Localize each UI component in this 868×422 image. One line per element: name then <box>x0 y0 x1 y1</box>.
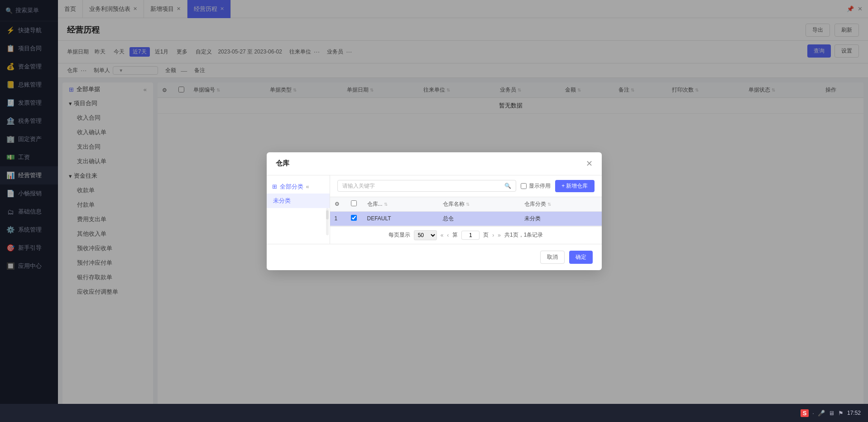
cancel-button[interactable]: 取消 <box>540 251 565 264</box>
modal-th-checkbox <box>346 197 363 212</box>
modal-th-category: 仓库分类⇅ <box>520 197 601 212</box>
taskbar: S · 🎤 🖥 ⚑ 17:52 <box>0 404 868 422</box>
modal-table-header: ⚙ 仓库...⇅ 仓库名称⇅ 仓库分类⇅ <box>330 197 602 212</box>
modal-header: 仓库 ✕ <box>267 152 602 175</box>
taskbar-icon-dot: · <box>812 410 814 417</box>
modal-th-settings: ⚙ <box>330 197 346 212</box>
taskbar-flag-icon[interactable]: ⚑ <box>838 410 844 417</box>
modal-actions: 取消 确定 <box>267 244 602 270</box>
modal-sidebar-scrollbar <box>326 208 329 235</box>
modal-search-input[interactable] <box>342 183 502 189</box>
modal-uncategorized-label: 未分类 <box>273 197 291 204</box>
taskbar-mic-icon[interactable]: 🎤 <box>818 410 825 417</box>
modal-sidebar-uncategorized[interactable]: 未分类 <box>267 194 330 208</box>
modal-th-code: 仓库...⇅ <box>363 197 438 212</box>
modal-toolbar: 🔍 显示停用 + 新增仓库 <box>330 175 602 197</box>
modal-th-name: 仓库名称⇅ <box>438 197 520 212</box>
modal-table-wrap: ⚙ 仓库...⇅ 仓库名称⇅ 仓库分类⇅ 1 DEFAULT <box>330 197 602 226</box>
modal-overlay: 仓库 ✕ ⊞ 全部分类 « 未分类 <box>0 0 868 422</box>
modal-row-category: 未分类 <box>520 211 601 226</box>
taskbar-icon-s: S <box>801 409 809 417</box>
show-disabled-label[interactable]: 显示停用 <box>521 182 551 190</box>
modal-pagination: 每页显示 50 100 « ‹ 算 页 › » 共1页，1条记录 <box>330 226 602 244</box>
modal-page-label: 页 <box>483 231 489 239</box>
confirm-button[interactable]: 确定 <box>569 251 593 264</box>
modal-row-checkbox[interactable] <box>351 215 357 221</box>
modal-search-box: 🔍 <box>337 180 517 192</box>
show-disabled-checkbox[interactable] <box>521 183 527 189</box>
modal-row-checkbox-cell <box>346 211 363 226</box>
modal-page-prefix: 算 <box>452 231 458 239</box>
modal-per-page-select[interactable]: 50 100 <box>414 230 437 240</box>
modal-title: 仓库 <box>276 159 289 168</box>
modal-table-body: 1 DEFAULT 总仓 未分类 <box>330 211 602 226</box>
sort-category-icon: ⇅ <box>547 202 551 207</box>
modal-row-code: DEFAULT <box>363 211 438 226</box>
modal-table-row[interactable]: 1 DEFAULT 总仓 未分类 <box>330 211 602 226</box>
modal-select-all[interactable] <box>351 200 357 206</box>
add-warehouse-button[interactable]: + 新增仓库 <box>555 180 594 192</box>
modal-main-content: 🔍 显示停用 + 新增仓库 ⚙ <box>330 175 602 244</box>
modal-close-button[interactable]: ✕ <box>586 159 593 169</box>
modal-page-input[interactable] <box>461 231 480 240</box>
modal-sidebar-collapse-icon[interactable]: « <box>306 183 309 190</box>
show-disabled-text: 显示停用 <box>529 182 551 190</box>
sort-code-icon: ⇅ <box>384 202 388 207</box>
modal-row-num: 1 <box>330 211 346 226</box>
modal-sidebar-all-label: 全部分类 <box>280 183 303 191</box>
taskbar-screen-icon[interactable]: 🖥 <box>829 410 834 417</box>
modal-next-page[interactable]: › <box>492 232 494 238</box>
modal-header-row: ⚙ 仓库...⇅ 仓库名称⇅ 仓库分类⇅ <box>330 197 602 212</box>
modal-search-icon: 🔍 <box>504 183 511 189</box>
modal-sidebar: ⊞ 全部分类 « 未分类 <box>267 175 330 244</box>
modal-table: ⚙ 仓库...⇅ 仓库名称⇅ 仓库分类⇅ 1 DEFAULT <box>330 197 602 226</box>
modal-prev-page[interactable]: ‹ <box>447 232 449 238</box>
modal-first-page[interactable]: « <box>441 232 444 238</box>
modal-settings-icon[interactable]: ⚙ <box>335 201 340 207</box>
sort-name-icon: ⇅ <box>466 202 470 207</box>
modal-total-label: 共1页，1条记录 <box>504 231 543 239</box>
modal-last-page[interactable]: » <box>498 232 501 238</box>
modal-sidebar-all-header[interactable]: ⊞ 全部分类 « <box>267 180 330 194</box>
grid-icon2: ⊞ <box>272 183 277 190</box>
taskbar-time: 17:52 <box>847 410 861 416</box>
modal-sidebar-scrollbar-thumb <box>326 210 329 219</box>
modal-per-page-label: 每页显示 <box>388 231 410 239</box>
warehouse-modal: 仓库 ✕ ⊞ 全部分类 « 未分类 <box>267 152 602 270</box>
modal-body: ⊞ 全部分类 « 未分类 <box>267 175 602 244</box>
modal-row-name: 总仓 <box>438 211 520 226</box>
